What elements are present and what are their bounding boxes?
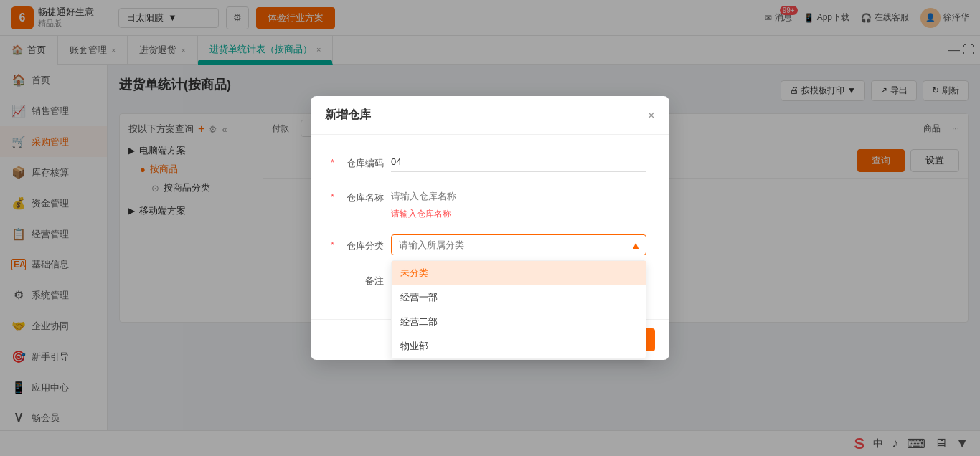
warehouse-category-row: 仓库分类 ▲ 未分类 经营一部 经营二部 bbox=[334, 234, 646, 255]
warehouse-code-input[interactable] bbox=[391, 152, 646, 172]
category-dropdown: 未分类 经营一部 经营二部 物业部 bbox=[391, 260, 646, 359]
remark-label: 备注 bbox=[334, 270, 391, 288]
warehouse-category-control: ▲ 未分类 经营一部 经营二部 物业部 bbox=[391, 234, 646, 255]
warehouse-category-label: 仓库分类 bbox=[334, 234, 391, 252]
warehouse-name-input[interactable] bbox=[391, 186, 646, 206]
new-warehouse-dialog: 新增仓库 × 仓库编码 仓库名称 请输入仓库名称 仓库分类 bbox=[311, 96, 669, 360]
warehouse-code-label: 仓库编码 bbox=[334, 152, 391, 170]
category-select-input[interactable] bbox=[391, 234, 646, 255]
dialog-title: 新增仓库 bbox=[325, 108, 371, 123]
dialog-header: 新增仓库 × bbox=[311, 96, 669, 135]
dialog-body: 仓库编码 仓库名称 请输入仓库名称 仓库分类 ▲ bbox=[311, 135, 669, 319]
warehouse-name-control: 请输入仓库名称 bbox=[391, 186, 646, 220]
dropdown-item-dept1[interactable]: 经营一部 bbox=[392, 285, 646, 310]
dropdown-item-dept2[interactable]: 经营二部 bbox=[392, 310, 646, 334]
warehouse-name-label: 仓库名称 bbox=[334, 186, 391, 204]
category-select-wrap: ▲ 未分类 经营一部 经营二部 物业部 bbox=[391, 234, 646, 255]
warehouse-name-row: 仓库名称 请输入仓库名称 bbox=[334, 186, 646, 220]
warehouse-code-row: 仓库编码 bbox=[334, 152, 646, 172]
warehouse-name-error: 请输入仓库名称 bbox=[391, 208, 646, 220]
warehouse-code-control bbox=[391, 152, 646, 172]
dropdown-item-unclassified[interactable]: 未分类 bbox=[392, 261, 646, 285]
dialog-close-button[interactable]: × bbox=[647, 109, 655, 122]
dropdown-item-property[interactable]: 物业部 bbox=[392, 334, 646, 358]
